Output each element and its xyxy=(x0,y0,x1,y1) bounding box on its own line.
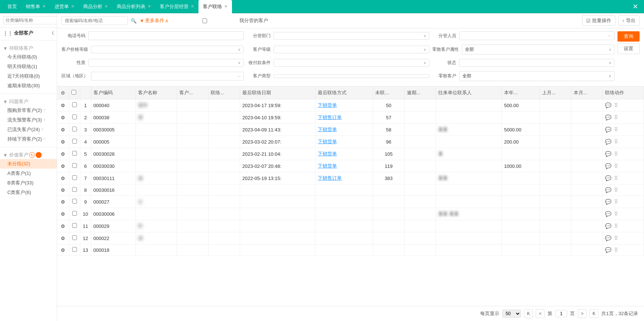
checkbox-cell[interactable] xyxy=(69,232,80,244)
reset-button[interactable]: 设置 xyxy=(617,43,640,54)
last-contact-method-cell[interactable] xyxy=(315,220,373,232)
gear-cell[interactable]: ⚙ xyxy=(57,232,69,244)
tab-analysis-list[interactable]: 商品分析列表 ✕ xyxy=(112,0,155,13)
last-contact-method-cell[interactable] xyxy=(315,196,373,208)
checkbox-cell[interactable] xyxy=(69,184,80,196)
gear-cell[interactable]: ⚙ xyxy=(57,220,69,232)
first-page-button[interactable]: K xyxy=(524,309,533,318)
sidebar-item-tomorrow[interactable]: 明天待联络(1) xyxy=(0,62,57,71)
chat-icon[interactable]: 💬 xyxy=(605,247,611,253)
chat-icon[interactable]: 💬 xyxy=(605,114,611,120)
tab-customer-seg[interactable]: 客户分层经营 ✕ xyxy=(155,0,198,13)
close-icon[interactable]: ✕ xyxy=(224,4,228,9)
last-contact-method-cell[interactable]: 下销货单 xyxy=(315,124,373,136)
last-contact-method-cell[interactable]: 下销货单 xyxy=(315,148,373,160)
retail-attr-select[interactable]: 全部 ∨ xyxy=(462,45,615,54)
chat-icon[interactable]: 💬 xyxy=(605,211,611,217)
chat-icon[interactable]: 💬 xyxy=(605,175,611,181)
chat-icon[interactable]: 💬 xyxy=(605,102,611,108)
checkbox-cell[interactable] xyxy=(69,148,80,160)
gear-cell[interactable]: ⚙ xyxy=(57,160,69,172)
more-actions-icon[interactable]: ⠿ xyxy=(614,211,618,217)
pay-terms-select[interactable]: ∨ xyxy=(274,59,429,67)
status-select[interactable]: ∨ xyxy=(459,59,615,67)
area-select[interactable]: ··· xyxy=(91,72,244,81)
filter-more-btn[interactable]: ▼ 更多条件 ∧ xyxy=(140,17,169,24)
last-contact-method-cell[interactable] xyxy=(315,232,373,244)
close-icon[interactable]: ✕ xyxy=(42,4,46,9)
sidebar-item-overdue[interactable]: 逾期未联络(30) xyxy=(0,81,57,91)
gear-cell[interactable]: ⚙ xyxy=(57,196,69,208)
sidebar-section-label-value[interactable]: ▼ 价值客户 ↻ xyxy=(0,150,57,159)
contact-method-link[interactable]: 下销货单 xyxy=(318,139,337,144)
sidebar-section-label-problem[interactable]: ▼ 问题客户 xyxy=(0,97,57,106)
last-contact-method-cell[interactable]: 下销售订单 xyxy=(315,172,373,184)
staff-select[interactable]: ··· xyxy=(459,31,615,40)
sidebar-search-input[interactable] xyxy=(3,16,57,24)
tab-customer-contact[interactable]: 客户联络 ✕ xyxy=(198,0,232,13)
more-actions-icon[interactable]: ⠿ xyxy=(614,247,618,253)
last-contact-method-cell[interactable]: 下销货单 xyxy=(315,99,373,112)
chat-icon[interactable]: 💬 xyxy=(605,199,611,205)
more-actions-icon[interactable]: ⠿ xyxy=(614,223,618,229)
gear-cell[interactable]: ⚙ xyxy=(57,184,69,196)
last-contact-method-cell[interactable] xyxy=(315,244,373,256)
top-nav-close-icon[interactable]: ✕ xyxy=(630,3,641,10)
prev-page-button[interactable]: < xyxy=(536,309,545,318)
gear-cell[interactable]: ⚙ xyxy=(57,136,69,148)
contact-method-link[interactable]: 下销货单 xyxy=(318,151,337,156)
gear-cell[interactable]: ⚙ xyxy=(57,99,69,112)
checkbox-cell[interactable] xyxy=(69,220,80,232)
phone-input[interactable] xyxy=(88,31,244,40)
tab-analysis[interactable]: 商品分析 ✕ xyxy=(79,0,112,13)
sidebar-item-churn-warn[interactable]: 流失预警客户(3) ? xyxy=(0,115,57,125)
contact-method-link[interactable]: 下销售订单 xyxy=(318,175,342,181)
close-icon[interactable]: ✕ xyxy=(148,4,151,9)
more-actions-icon[interactable]: ⠿ xyxy=(614,127,618,133)
last-page-button[interactable]: K xyxy=(590,309,598,318)
my-customers-checkbox[interactable]: 我分管的客户 xyxy=(172,17,268,24)
sidebar-item-7days[interactable]: 近7天待联络(0) xyxy=(0,71,57,81)
close-icon[interactable]: ✕ xyxy=(191,4,194,9)
contact-method-link[interactable]: 下销货单 xyxy=(318,163,337,169)
sidebar-item-class-a[interactable]: A类客户(1) xyxy=(0,169,57,178)
more-actions-icon[interactable]: ⠿ xyxy=(614,163,618,169)
close-icon[interactable]: ✕ xyxy=(105,4,108,9)
sidebar-item-declining[interactable]: 持续下滑客户(2) ? xyxy=(0,134,57,144)
checkbox-col-header[interactable] xyxy=(69,87,80,99)
chat-icon[interactable]: 💬 xyxy=(605,223,611,229)
checkbox-cell[interactable] xyxy=(69,99,80,112)
more-actions-icon[interactable]: ⠿ xyxy=(614,187,618,193)
export-button[interactable]: ↑ 导出 xyxy=(618,15,640,26)
chat-icon[interactable]: 💬 xyxy=(605,235,611,241)
gear-cell[interactable]: ⚙ xyxy=(57,148,69,160)
checkbox-cell[interactable] xyxy=(69,244,80,256)
sidebar-item-today[interactable]: 今天待联络(0) xyxy=(0,52,57,62)
settings-col-header[interactable]: ⚙ xyxy=(57,87,69,99)
per-page-select[interactable]: 50 100 200 xyxy=(502,310,521,318)
more-actions-icon[interactable]: ⠿ xyxy=(614,235,618,241)
query-button[interactable]: 查询 xyxy=(617,31,640,42)
tab-purchase[interactable]: 进货单 ✕ xyxy=(50,0,79,13)
close-icon[interactable]: ✕ xyxy=(71,4,74,9)
retail-customer-select[interactable]: 全部 ∨ xyxy=(459,71,615,81)
sidebar-item-churned[interactable]: 已流失客户(24) ? xyxy=(0,125,57,134)
chat-icon[interactable]: 💬 xyxy=(605,127,611,133)
batch-ops-button[interactable]: ☑ 批量操作 xyxy=(582,15,615,26)
sidebar-item-class-b[interactable]: B类客户(33) xyxy=(0,178,57,188)
sidebar-item-class-c[interactable]: C类客户(6) xyxy=(0,188,57,197)
tab-home[interactable]: 首页 xyxy=(3,0,21,13)
page-input[interactable] xyxy=(555,310,567,317)
gear-cell[interactable]: ⚙ xyxy=(57,112,69,124)
more-actions-icon[interactable]: ⠿ xyxy=(614,139,618,145)
contact-method-link[interactable]: 下销货单 xyxy=(318,102,337,108)
last-contact-method-cell[interactable]: 下销售订单 xyxy=(315,112,373,124)
last-contact-method-cell[interactable] xyxy=(315,184,373,196)
my-customers-check[interactable] xyxy=(172,18,238,23)
nature-select[interactable]: ∨ xyxy=(88,59,244,67)
chat-icon[interactable]: 💬 xyxy=(605,139,611,145)
gear-cell[interactable]: ⚙ xyxy=(57,124,69,136)
checkbox-cell[interactable] xyxy=(69,160,80,172)
customer-type-select[interactable] xyxy=(274,74,429,78)
refresh-icon[interactable]: ↻ xyxy=(29,152,35,158)
